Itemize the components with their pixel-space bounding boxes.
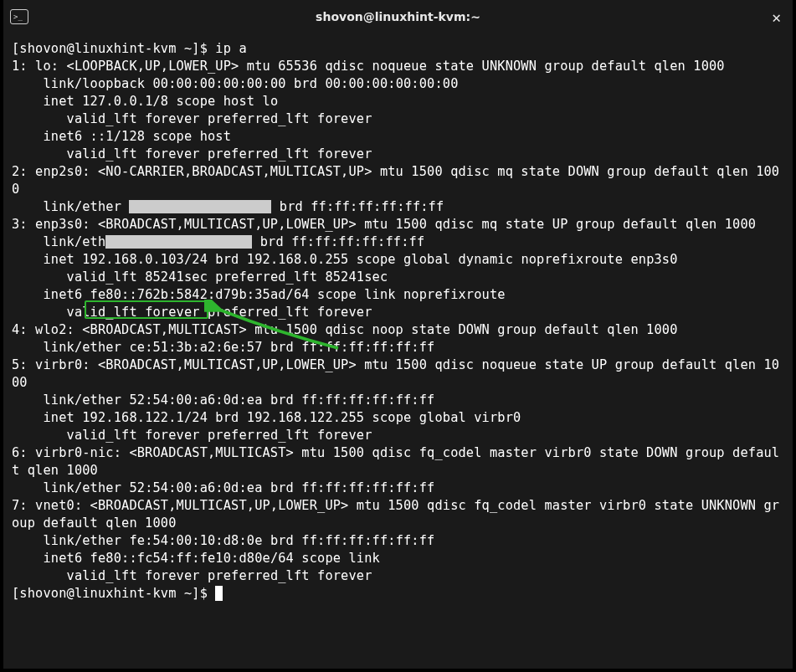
shell-prompt: [shovon@linuxhint-kvm ~]$ [12, 41, 215, 56]
typed-command: ip a [215, 41, 246, 56]
output-text: brd ff:ff:ff:ff:ff:ff [271, 199, 444, 214]
output-line: link/ether ce:51:3b:a2:6e:57 brd ff:ff:f… [12, 339, 784, 357]
output-line: valid_lft forever preferred_lft forever [12, 146, 784, 163]
output-line: 5: virbr0: <BROADCAST,MULTICAST,UP,LOWER… [12, 357, 784, 392]
cursor [215, 586, 223, 601]
output-line: link/eth brd ff:ff:ff:ff:ff:ff [12, 233, 784, 251]
output-line: valid_lft 85241sec preferred_lft 85241se… [12, 269, 784, 286]
window-title: shovon@linuxhint-kvm:~ [316, 10, 480, 23]
output-line: link/ether brd ff:ff:ff:ff:ff:ff [12, 198, 784, 216]
output-line: 6: virbr0-nic: <BROADCAST,MULTICAST> mtu… [12, 444, 784, 480]
output-line: valid_lft forever preferred_lft forever [12, 304, 784, 321]
output-line: 2: enp2s0: <NO-CARRIER,BROADCAST,MULTICA… [12, 163, 784, 198]
output-text: link/eth [12, 234, 105, 249]
title-bar: >_ shovon@linuxhint-kvm:~ ✕ [3, 0, 793, 33]
output-line: inet6 fe80::fc54:ff:fe10:d80e/64 scope l… [12, 550, 784, 567]
output-line: 4: wlo2: <BROADCAST,MULTICAST> mtu 1500 … [12, 321, 784, 339]
shell-prompt: [shovon@linuxhint-kvm ~]$ [12, 586, 215, 601]
prompt-line: [shovon@linuxhint-kvm ~]$ ip a [12, 40, 784, 58]
redacted-mac [129, 200, 271, 213]
output-text: brd ff:ff:ff:ff:ff:ff [252, 234, 424, 249]
prompt-line: [shovon@linuxhint-kvm ~]$ [12, 585, 784, 603]
output-line: inet 192.168.122.1/24 brd 192.168.122.25… [12, 409, 784, 427]
output-line: link/ether 52:54:00:a6:0d:ea brd ff:ff:f… [12, 392, 784, 409]
output-line: link/ether fe:54:00:10:d8:0e brd ff:ff:f… [12, 532, 784, 550]
output-line: inet6 fe80::762b:5842:d79b:35ad/64 scope… [12, 286, 784, 304]
output-line: valid_lft forever preferred_lft forever [12, 567, 784, 585]
scrollbar[interactable] [784, 33, 793, 669]
close-button[interactable]: ✕ [767, 7, 786, 28]
output-line: inet 127.0.0.1/8 scope host lo [12, 93, 784, 110]
terminal-body[interactable]: [shovon@linuxhint-kvm ~]$ ip a 1: lo: <L… [3, 33, 793, 669]
output-line: link/loopback 00:00:00:00:00:00 brd 00:0… [12, 75, 784, 93]
output-line: valid_lft forever preferred_lft forever [12, 427, 784, 444]
output-line: link/ether 52:54:00:a6:0d:ea brd ff:ff:f… [12, 480, 784, 497]
terminal-icon: >_ [10, 9, 28, 24]
output-line: 7: vnet0: <BROADCAST,MULTICAST,UP,LOWER_… [12, 497, 784, 532]
output-line: 1: lo: <LOOPBACK,UP,LOWER_UP> mtu 65536 … [12, 58, 784, 75]
output-line: inet 192.168.0.103/24 brd 192.168.0.255 … [12, 251, 784, 269]
output-line: valid_lft forever preferred_lft forever [12, 110, 784, 128]
output-line: 3: enp3s0: <BROADCAST,MULTICAST,UP,LOWER… [12, 216, 784, 233]
redacted-mac [105, 235, 252, 249]
output-text: link/ether [12, 199, 129, 214]
output-line: inet6 ::1/128 scope host [12, 128, 784, 146]
